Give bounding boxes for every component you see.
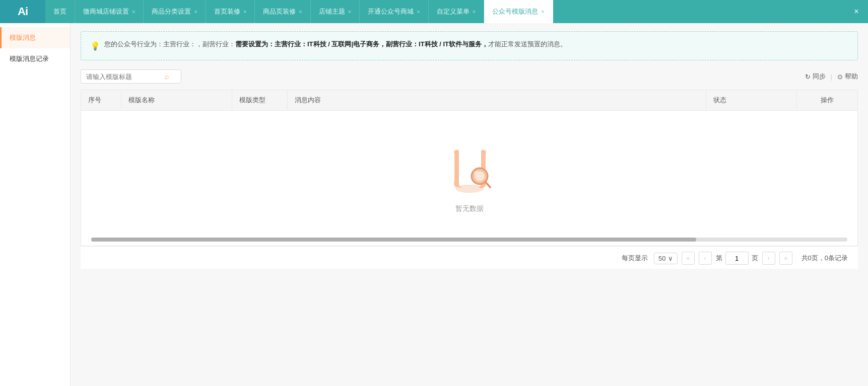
search-bar: ⌕ ↻ 同步 | ⊙ 帮助	[81, 69, 858, 84]
svg-point-0	[455, 185, 484, 193]
th-type: 模版类型	[232, 90, 288, 110]
top-nav: Ai 首页微商城店铺设置×商品分类设置×首页装修×商品页装修×店铺主题×开通公众…	[0, 0, 868, 23]
page-number-input[interactable]	[725, 252, 749, 265]
page-size-label: 每页显示	[622, 254, 648, 263]
nav-tab-label: 店铺主题	[319, 7, 345, 16]
sidebar-item-template-record[interactable]: 模版消息记录	[0, 48, 70, 69]
nav-tab-close[interactable]: ×	[417, 9, 420, 15]
scrollbar-thumb	[91, 238, 696, 242]
empty-state: 暂无数据	[81, 111, 857, 234]
search-input-wrap[interactable]: ⌕	[81, 69, 181, 84]
nav-tab-close[interactable]: ×	[194, 9, 197, 15]
notice-icon: 💡	[90, 39, 100, 53]
chevron-down-icon: ∨	[668, 255, 673, 262]
svg-rect-1	[463, 157, 477, 159]
search-icon[interactable]: ⌕	[165, 72, 169, 81]
nav-tab-label: 商品页装修	[263, 7, 296, 16]
svg-rect-4	[463, 169, 472, 171]
divider: |	[831, 73, 832, 81]
notice-box: 💡 您的公众号行业为：主营行业：，副营行业：需要设置为：主营行业：IT科技 / …	[81, 31, 858, 60]
search-right: ↻ 同步 | ⊙ 帮助	[805, 72, 858, 81]
nav-tab-category-setting[interactable]: 商品分类设置×	[144, 0, 206, 23]
nav-tab-label: 微商城店铺设置	[83, 7, 129, 16]
help-icon: ⊙	[837, 73, 843, 81]
nav-tab-label: 开通公众号商城	[368, 7, 414, 16]
nav-tab-label: 公众号模版消息	[492, 7, 538, 16]
sidebar-item-template-msg[interactable]: 模版消息	[0, 27, 70, 48]
page-input-wrap: 第 页	[716, 252, 758, 265]
app-layout: 模版消息模版消息记录 💡 您的公众号行业为：主营行业：，副营行业：需要设置为：主…	[0, 23, 868, 386]
nav-tab-close[interactable]: ×	[348, 9, 351, 15]
page-total-label: 共0页，0条记录	[802, 254, 848, 263]
prev-page-button[interactable]: ‹	[699, 252, 712, 265]
nav-tab-shop-setting[interactable]: 微商城店铺设置×	[75, 0, 144, 23]
last-page-button[interactable]: »	[779, 252, 792, 265]
nav-tab-product-decor[interactable]: 商品页装修×	[255, 0, 310, 23]
nav-tab-home-decor[interactable]: 首页装修×	[206, 0, 255, 23]
nav-tab-open-mall[interactable]: 开通公众号商城×	[360, 0, 428, 23]
nav-tab-close[interactable]: ×	[299, 9, 302, 15]
help-button[interactable]: ⊙ 帮助	[837, 72, 858, 81]
app-logo: Ai	[0, 0, 45, 23]
pagination: 每页显示 50 ∨ « ‹ 第 页 › » 共0页，0条记录	[81, 246, 858, 269]
horizontal-scrollbar[interactable]	[91, 238, 847, 242]
empty-icon	[442, 141, 497, 196]
nav-tab-label: 首页	[53, 7, 66, 16]
svg-rect-3	[463, 165, 476, 167]
data-table: 序号 模版名称 模版类型 消息内容 状态 操作	[81, 90, 858, 246]
sync-icon: ↻	[805, 73, 811, 81]
notice-text: 您的公众号行业为：主营行业：，副营行业：需要设置为：主营行业：IT科技 / 互联…	[104, 39, 567, 50]
close-all-tabs-button[interactable]: ×	[845, 0, 868, 23]
first-page-button[interactable]: «	[682, 252, 695, 265]
table-header: 序号 模版名称 模版类型 消息内容 状态 操作	[81, 90, 857, 111]
nav-tab-label: 商品分类设置	[152, 7, 191, 16]
scrollbar-row	[81, 234, 857, 246]
svg-rect-2	[463, 161, 474, 163]
search-input[interactable]	[86, 73, 162, 81]
main-content: 💡 您的公众号行业为：主营行业：，副营行业：需要设置为：主营行业：IT科技 / …	[71, 23, 868, 386]
th-name: 模版名称	[121, 90, 232, 110]
page-prefix-label: 第	[716, 254, 722, 263]
page-size-value: 50	[658, 255, 665, 262]
nav-tab-close[interactable]: ×	[243, 9, 246, 15]
th-status: 状态	[706, 90, 797, 110]
sidebar: 模版消息模版消息记录	[0, 23, 71, 386]
nav-tab-home[interactable]: 首页	[45, 0, 75, 23]
nav-tabs: 首页微商城店铺设置×商品分类设置×首页装修×商品页装修×店铺主题×开通公众号商城…	[45, 0, 845, 23]
nav-tab-template-msg[interactable]: 公众号模版消息×	[484, 0, 553, 23]
th-idx: 序号	[81, 90, 121, 110]
nav-tab-shop-theme[interactable]: 店铺主题×	[311, 0, 360, 23]
empty-label: 暂无数据	[455, 204, 484, 213]
nav-tab-label: 首页装修	[214, 7, 240, 16]
page-unit-label: 页	[752, 254, 758, 263]
nav-tab-close[interactable]: ×	[541, 9, 544, 15]
next-page-button[interactable]: ›	[762, 252, 775, 265]
page-size-select[interactable]: 50 ∨	[654, 253, 677, 264]
nav-tab-custom-menu[interactable]: 自定义菜单×	[429, 0, 484, 23]
nav-tab-close[interactable]: ×	[473, 9, 476, 15]
th-content: 消息内容	[288, 90, 706, 110]
search-left: ⌕	[81, 69, 181, 84]
sync-button[interactable]: ↻ 同步	[805, 72, 826, 81]
th-action: 操作	[797, 90, 857, 110]
nav-tab-close[interactable]: ×	[132, 9, 135, 15]
nav-tab-label: 自定义菜单	[437, 7, 470, 16]
